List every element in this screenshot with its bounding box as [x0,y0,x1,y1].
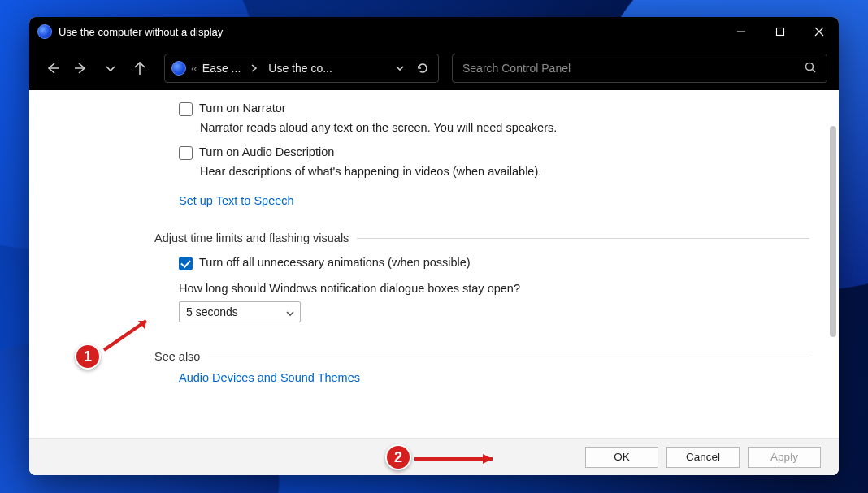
close-button[interactable] [800,17,839,46]
breadcrumb-separator[interactable] [245,59,263,77]
search-icon [804,61,817,76]
apply-button[interactable]: Apply [748,447,821,468]
search-input[interactable] [462,62,804,75]
scrollbar-thumb[interactable] [830,126,836,337]
notification-duration-select[interactable]: 5 seconds [179,301,301,322]
close-icon [814,27,824,37]
tts-link[interactable]: Set up Text to Speech [179,194,294,207]
arrow-up-icon [132,60,148,76]
vertical-scrollbar[interactable] [829,93,837,435]
breadcrumb-ease[interactable]: Ease ... [202,62,241,75]
breadcrumb-laquo: « [191,62,197,75]
annotation-marker-1: 1 [75,344,101,370]
notification-duration-value: 5 seconds [186,305,238,318]
svg-line-9 [104,321,146,350]
minimize-button[interactable] [722,17,761,46]
narrator-description: Narrator reads aloud any text on the scr… [200,121,809,134]
audio-devices-link[interactable]: Audio Devices and Sound Themes [179,371,360,384]
chevron-right-icon [250,63,259,73]
notification-duration-question: How long should Windows notification dia… [179,282,809,295]
chevron-down-icon [394,63,406,74]
audio-description-desc: Hear descriptions of what's happening in… [200,165,809,178]
audio-description-checkbox[interactable] [179,146,193,160]
ease-of-access-icon [37,24,52,39]
search-box[interactable] [452,54,827,83]
svg-line-8 [813,69,816,72]
annotation-marker-2: 2 [385,444,411,470]
annotation-arrow-1 [99,311,164,357]
back-button[interactable] [41,57,63,80]
refresh-icon [416,62,429,75]
ease-of-access-icon [171,61,186,76]
arrow-left-icon [44,60,60,76]
turn-off-animations-label: Turn off all unnecessary animations (whe… [199,256,471,269]
group-legend-time-limits: Adjust time limits and flashing visuals [154,231,349,244]
breadcrumb-current[interactable]: Use the co... [268,62,332,75]
titlebar: Use the computer without a display [29,17,839,46]
svg-marker-12 [483,454,493,464]
narrator-label: Turn on Narrator [199,102,286,115]
address-bar[interactable]: « Ease ... Use the co... [164,54,439,83]
chevron-down-icon [285,308,295,321]
scroll-region: Turn on Narrator Narrator reads aloud an… [29,90,826,438]
svg-rect-1 [777,28,784,36]
audio-description-label: Turn on Audio Description [199,145,334,158]
arrow-right-icon [73,60,89,76]
svg-point-7 [806,63,814,70]
navbar: « Ease ... Use the co... [29,46,839,90]
annotation-arrow-2 [411,451,509,467]
narrator-checkbox[interactable] [179,102,193,116]
forward-button[interactable] [70,57,93,80]
divider [208,357,809,357]
maximize-icon [775,27,785,37]
refresh-button[interactable] [414,59,432,77]
up-button[interactable] [128,57,151,80]
recent-dropdown[interactable] [99,57,122,80]
chevron-down-icon [104,62,117,75]
window-title: Use the computer without a display [59,26,722,38]
cancel-button[interactable]: Cancel [666,447,740,468]
address-dropdown[interactable] [391,59,409,77]
content-area: Turn on Narrator Narrator reads aloud an… [29,90,839,475]
maximize-button[interactable] [761,17,800,46]
control-panel-window: Use the computer without a display « Eas… [29,17,839,475]
ok-button[interactable]: OK [585,447,658,468]
turn-off-animations-checkbox[interactable] [179,257,193,270]
minimize-icon [736,27,746,37]
divider [357,238,809,239]
